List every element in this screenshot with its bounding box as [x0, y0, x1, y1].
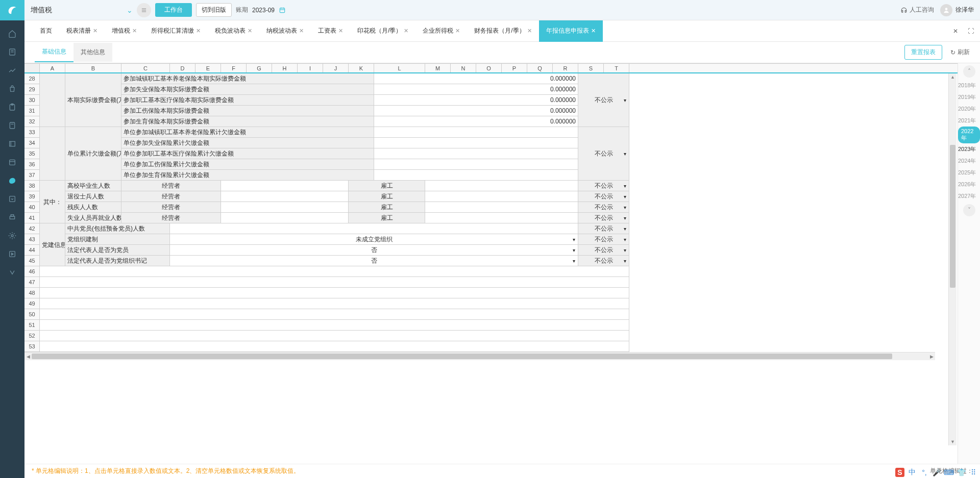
row-header[interactable]: 37	[24, 170, 40, 181]
cell[interactable]: 高校毕业生人数	[65, 181, 121, 191]
cell[interactable]	[425, 191, 578, 202]
cell[interactable]: 残疾人人数	[65, 202, 121, 213]
row-header[interactable]: 39	[24, 191, 40, 202]
tab-9[interactable]: 财务报表（月/季）✕	[467, 20, 538, 42]
refresh-button[interactable]: ↻ 刷新	[950, 48, 970, 57]
cell[interactable]	[40, 341, 629, 352]
row-header[interactable]: 50	[24, 309, 40, 320]
row-header[interactable]: 38	[24, 181, 40, 191]
year-option[interactable]: 2025年	[958, 167, 980, 179]
cell[interactable]: 否	[170, 245, 578, 256]
cell[interactable]: 退役士兵人数	[65, 191, 121, 202]
nav-play-icon[interactable]	[0, 245, 24, 263]
tab-close-icon[interactable]: ✕	[455, 28, 460, 34]
nav-home-icon[interactable]	[0, 24, 24, 43]
row-header[interactable]: 35	[24, 148, 40, 159]
cell[interactable]: 法定代表人是否为党员	[65, 245, 170, 256]
cell[interactable]: 法定代表人是否为党组织书记	[65, 256, 170, 266]
year-option[interactable]: 2018年	[958, 80, 980, 91]
title-dropdown[interactable]: 增值税 ⌄	[31, 6, 133, 15]
col-header[interactable]: O	[476, 64, 502, 72]
tab-close-icon[interactable]: ✕	[93, 28, 97, 34]
cell[interactable]: 参加失业保险本期实际缴费金额	[121, 84, 374, 95]
tab-close-icon[interactable]: ✕	[196, 28, 201, 34]
row-header[interactable]: 47	[24, 277, 40, 288]
row-header[interactable]: 51	[24, 320, 40, 331]
cell[interactable]: 单位参加生育保险累计欠缴金额	[121, 170, 374, 181]
cell[interactable]: 0.000000	[374, 84, 578, 95]
cell[interactable]: 单位参加工伤保险累计欠缴金额	[121, 159, 374, 170]
nav-tax-icon[interactable]	[0, 135, 24, 153]
spreadsheet[interactable]: ABCDEFGHIJKLMNOPQRST 28本期实际缴费金额(万元)参加城镇职…	[24, 63, 958, 464]
nav-doc-icon[interactable]	[0, 43, 24, 61]
row-header[interactable]: 29	[24, 84, 40, 95]
col-header[interactable]: D	[170, 64, 195, 72]
cell[interactable]: 雇工	[349, 191, 425, 202]
cell[interactable]	[221, 202, 349, 213]
tab-close-icon[interactable]: ✕	[299, 28, 304, 34]
cell[interactable]: 否	[170, 256, 578, 266]
year-up-icon[interactable]: ˄	[963, 65, 975, 78]
col-header[interactable]: M	[425, 64, 451, 72]
col-header[interactable]: I	[298, 64, 323, 72]
user-menu[interactable]: 徐泽华	[940, 4, 974, 16]
nav-settings-icon[interactable]	[0, 227, 24, 245]
col-header[interactable]: N	[451, 64, 476, 72]
cell[interactable]	[221, 191, 349, 202]
cell[interactable]: 不公示	[578, 127, 629, 181]
ime-icon[interactable]: S	[895, 468, 904, 477]
col-header[interactable]: J	[323, 64, 349, 72]
row-header[interactable]: 52	[24, 331, 40, 341]
tab-close-icon[interactable]: ✕	[248, 28, 252, 34]
reset-button[interactable]: 重置报表	[904, 45, 942, 60]
nav-date-icon[interactable]	[0, 153, 24, 171]
tab-close-icon[interactable]: ✕	[591, 28, 596, 34]
cell[interactable]: 党组织建制	[65, 234, 170, 245]
tab-close-all-icon[interactable]: ✕	[949, 25, 962, 37]
cell[interactable]	[40, 288, 629, 298]
row-header[interactable]: 49	[24, 298, 40, 309]
row-header[interactable]: 31	[24, 106, 40, 116]
cell[interactable]	[221, 181, 349, 191]
cell[interactable]: 不公示	[578, 223, 629, 234]
cell[interactable]: 0.000000	[374, 73, 578, 84]
row-header[interactable]: 40	[24, 202, 40, 213]
col-header[interactable]: T	[604, 64, 629, 72]
col-header[interactable]: B	[65, 64, 121, 72]
cell[interactable]	[374, 148, 578, 159]
tab-6[interactable]: 工资表✕	[311, 20, 350, 42]
cell[interactable]: 中共党员(包括预备党员)人数	[65, 223, 170, 234]
tab-close-icon[interactable]: ✕	[338, 28, 343, 34]
tab-5[interactable]: 纳税波动表✕	[259, 20, 311, 42]
col-header[interactable]: A	[40, 64, 65, 72]
year-option[interactable]: 2023年	[958, 143, 980, 155]
cell[interactable]: 未成立党组织	[170, 234, 578, 245]
calendar-icon[interactable]	[279, 7, 286, 14]
nav-active-icon[interactable]	[0, 171, 24, 190]
cell[interactable]	[374, 159, 578, 170]
cell[interactable]	[425, 213, 578, 223]
cell[interactable]: 不公示	[578, 256, 629, 266]
cell[interactable]: 0.000000	[374, 95, 578, 106]
subtab-basic[interactable]: 基础信息	[35, 42, 74, 62]
row-header[interactable]: 28	[24, 73, 40, 84]
year-option[interactable]: 2021年	[958, 115, 980, 127]
tab-2[interactable]: 增值税✕	[105, 20, 144, 42]
row-header[interactable]: 45	[24, 256, 40, 266]
tab-close-icon[interactable]: ✕	[527, 28, 532, 34]
cell[interactable]: 不公示	[578, 191, 629, 202]
cell[interactable]: 单位参加城镇职工基本养老保险累计欠缴金额	[121, 127, 374, 138]
row-header[interactable]: 36	[24, 159, 40, 170]
tab-close-icon[interactable]: ✕	[404, 28, 408, 34]
nav-chart-icon[interactable]	[0, 61, 24, 80]
row-header[interactable]: 43	[24, 234, 40, 245]
nav-v-icon[interactable]	[0, 263, 24, 282]
cell[interactable]	[40, 320, 629, 331]
col-header[interactable]: G	[247, 64, 272, 72]
tab-1[interactable]: 税表清册✕	[59, 20, 105, 42]
cell[interactable]	[40, 331, 629, 341]
cell[interactable]: 不公示	[578, 181, 629, 191]
col-header[interactable]: Q	[527, 64, 553, 72]
tab-7[interactable]: 印花税（月/季）✕	[350, 20, 415, 42]
cell[interactable]: 0.000000	[374, 116, 578, 127]
